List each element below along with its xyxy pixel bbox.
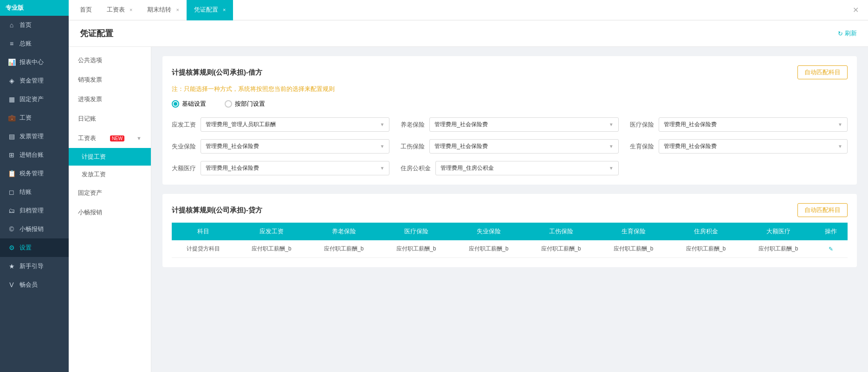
stock-icon: ⊞	[7, 151, 16, 159]
left-nav: 公共选项 销项发票 进项发票 日记账 工资表 NEW ▼ 计提工资 发放工资	[69, 47, 151, 372]
chevron-down-icon: ▼	[380, 166, 384, 171]
nav-journal[interactable]: 日记账	[69, 109, 151, 128]
tab-payroll-close[interactable]: ×	[130, 7, 132, 13]
page-header: 凭证配置 ↻ 刷新	[69, 20, 868, 47]
radio-basic-circle	[172, 100, 179, 108]
field-salary-select[interactable]: 管理费用_管理人员职工薪酬 ▼	[201, 117, 389, 132]
nav-expense[interactable]: 小畅报销	[69, 203, 151, 222]
sidebar-item-tax[interactable]: 📋 税务管理	[0, 164, 69, 183]
nav-accrual[interactable]: 计提工资	[69, 148, 151, 166]
sidebar-item-salary[interactable]: 💼 工资	[0, 109, 69, 127]
warning-text: 注：只能选择一种方式，系统将按照您当前的选择来配置规则	[172, 85, 848, 93]
nav-payroll-table[interactable]: 工资表 NEW ▼	[69, 128, 151, 148]
sidebar-item-assets[interactable]: ▦ 固定资产	[0, 90, 69, 109]
chevron-down-icon: ▼	[838, 144, 842, 149]
sidebar-item-label: 新手引导	[19, 262, 44, 270]
cell-action[interactable]: ✎	[815, 240, 848, 258]
close-all-button[interactable]: ✕	[847, 6, 864, 14]
sidebar-item-ledger[interactable]: ≡ 总账	[0, 34, 69, 53]
sidebar-item-xiaochang[interactable]: © 小畅报销	[0, 220, 69, 238]
credit-table: 科目 应发工资 养老保险 医疗保险 失业保险 工伤保险 生育保险 住房积金 大额…	[172, 223, 848, 258]
tab-home[interactable]: 首页	[72, 0, 99, 20]
sidebar-item-settle[interactable]: ◻ 结账	[0, 183, 69, 201]
tab-voucher-close[interactable]: ×	[223, 7, 226, 13]
app-edition: 专业版	[0, 0, 69, 16]
refresh-button[interactable]: ↻ 刷新	[838, 29, 857, 38]
xiaochang-icon: ©	[7, 225, 16, 233]
radio-basic[interactable]: 基础设置	[172, 100, 206, 108]
sidebar-item-home[interactable]: ⌂ 首页	[0, 16, 69, 34]
tab-period-label: 期末结转	[147, 6, 171, 14]
auto-match-credit-button[interactable]: 自动匹配科目	[797, 203, 848, 217]
col-medical: 医疗保险	[380, 223, 453, 240]
radio-dept[interactable]: 按部门设置	[225, 100, 265, 108]
nav-distribution[interactable]: 发放工资	[69, 166, 151, 183]
field-pension-label: 养老保险	[401, 121, 425, 129]
col-subject: 科目	[172, 223, 235, 240]
nav-purchase-invoice[interactable]: 进项发票	[69, 90, 151, 109]
funds-icon: ◈	[7, 77, 16, 84]
section-credit: 计提核算规则(公司承担)-贷方 自动匹配科目 科目 应发工资 养老保险 医疗保险…	[162, 194, 857, 267]
col-housing: 住房积金	[670, 223, 742, 240]
field-pension: 养老保险 管理费用_社会保险费 ▼	[401, 117, 618, 132]
sidebar-item-invoices[interactable]: ▤ 发票管理	[0, 127, 69, 146]
field-pension-select[interactable]: 管理费用_社会保险费 ▼	[429, 117, 618, 132]
sidebar-item-reports[interactable]: 📊 报表中心	[0, 53, 69, 71]
chevron-down-icon: ▼	[609, 122, 614, 127]
field-injury-select[interactable]: 管理费用_社会保险费 ▼	[429, 139, 618, 154]
sidebar-item-settings[interactable]: ⚙ 设置	[0, 238, 69, 257]
sidebar-item-label: 税务管理	[19, 169, 44, 178]
field-medical-select[interactable]: 管理费用_社会保险费 ▼	[659, 117, 848, 132]
sidebar: 专业版 ⌂ 首页 ≡ 总账 📊 报表中心 ◈ 资金管理 ▦ 固定资产 💼 工资 …	[0, 0, 69, 372]
nav-fixed-assets[interactable]: 固定资产	[69, 183, 151, 203]
field-major-medical-select[interactable]: 管理费用_社会保险费 ▼	[201, 161, 389, 175]
chevron-down-icon: ▼	[380, 122, 384, 127]
assets-icon: ▦	[7, 96, 16, 103]
field-housing-value: 管理费用_住房公积金	[440, 164, 494, 172]
field-unemployment: 失业保险 管理费用_社会保险费 ▼	[172, 139, 389, 154]
field-salary-label: 应发工资	[172, 121, 196, 129]
cell-major-medical: 应付职工薪酬_b	[742, 240, 815, 258]
tab-payroll[interactable]: 工资表 ×	[99, 0, 140, 20]
sidebar-item-stock[interactable]: ⊞ 进销台账	[0, 146, 69, 164]
tab-period-close[interactable]: ×	[176, 7, 179, 13]
nav-sales-invoice[interactable]: 销项发票	[69, 70, 151, 90]
col-injury: 工伤保险	[525, 223, 597, 240]
radio-dept-circle	[225, 100, 232, 108]
sidebar-item-label: 首页	[19, 21, 32, 29]
tab-period[interactable]: 期末结转 ×	[140, 0, 186, 20]
sidebar-item-vip[interactable]: V 畅会员	[0, 276, 69, 294]
field-unemployment-label: 失业保险	[172, 142, 196, 151]
archive-icon: 🗂	[7, 207, 16, 214]
sidebar-item-archive[interactable]: 🗂 归档管理	[0, 201, 69, 220]
chevron-down-icon: ▼	[609, 144, 614, 149]
chevron-down-icon: ▼	[380, 144, 384, 149]
cell-injury: 应付职工薪酬_b	[525, 240, 597, 258]
field-housing-select[interactable]: 管理费用_住房公积金 ▼	[435, 161, 618, 175]
sidebar-item-funds[interactable]: ◈ 资金管理	[0, 71, 69, 90]
vip-icon: V	[7, 281, 16, 289]
field-injury: 工伤保险 管理费用_社会保险费 ▼	[401, 139, 618, 154]
section-debit: 计提核算规则(公司承担)-借方 自动匹配科目 注：只能选择一种方式，系统将按照您…	[162, 56, 857, 185]
field-unemployment-value: 管理费用_社会保险费	[206, 142, 259, 150]
field-unemployment-select[interactable]: 管理费用_社会保险费 ▼	[201, 139, 389, 154]
cell-unemployment: 应付职工薪酬_b	[453, 240, 525, 258]
tab-voucher-label: 凭证配置	[194, 6, 218, 14]
auto-match-debit-button[interactable]: 自动匹配科目	[797, 65, 848, 79]
tab-voucher[interactable]: 凭证配置 ×	[187, 0, 233, 20]
expand-icon: ▼	[136, 135, 142, 141]
col-major-medical: 大额医疗	[742, 223, 815, 240]
section-credit-title: 计提核算规则(公司承担)-贷方	[172, 206, 262, 215]
cell-subject: 计提贷方科目	[172, 240, 235, 258]
field-maternity-select[interactable]: 管理费用_社会保险费 ▼	[659, 139, 848, 154]
chevron-down-icon: ▼	[838, 122, 842, 127]
field-maternity: 生育保险 管理费用_社会保险费 ▼	[630, 139, 848, 154]
sidebar-item-label: 总账	[19, 39, 32, 48]
col-maternity: 生育保险	[597, 223, 670, 240]
refresh-icon: ↻	[838, 30, 843, 37]
nav-public[interactable]: 公共选项	[69, 51, 151, 70]
tab-payroll-label: 工资表	[107, 6, 125, 14]
sidebar-item-guide[interactable]: ★ 新手引导	[0, 257, 69, 276]
sidebar-item-label: 发票管理	[19, 132, 44, 141]
main-panel: 计提核算规则(公司承担)-借方 自动匹配科目 注：只能选择一种方式，系统将按照您…	[151, 47, 868, 372]
